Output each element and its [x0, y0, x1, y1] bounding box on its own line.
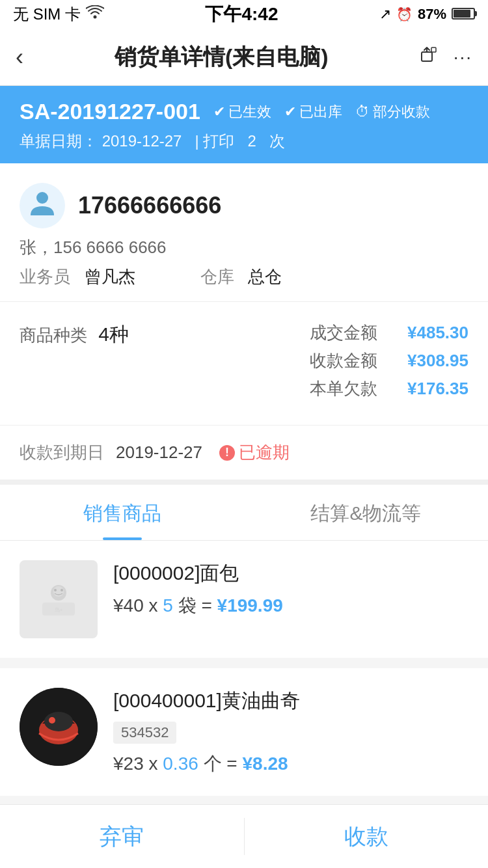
sales-label: 业务员: [20, 267, 70, 286]
product-item: 鸟+ [0000002]面包 ¥40 x 5 袋 = ¥199.99: [0, 541, 488, 658]
tab-sales-products[interactable]: 销售商品: [0, 485, 244, 540]
product-total-1: ¥199.99: [217, 595, 283, 616]
header-band: SA-20191227-001 ✔ 已生效 ✔ 已出库 ⏱ 部分收款 单据日期：…: [0, 86, 488, 163]
carrier-text: 无 SIM 卡: [13, 4, 81, 25]
confirm-button[interactable]: 收款: [245, 805, 489, 868]
product-details-2: [000400001]黄油曲奇 534532 ¥23 x 0.36 个 = ¥8…: [113, 688, 468, 776]
due-date-value: 2019-12-27: [116, 442, 202, 463]
share-icon[interactable]: [420, 46, 438, 68]
overdue-badge: ! 已逾期: [219, 441, 290, 464]
overdue-text: 已逾期: [239, 441, 290, 464]
tab-settlement[interactable]: 结算&物流等: [244, 485, 488, 540]
category-label: 商品种类: [20, 325, 87, 345]
svg-point-3: [36, 192, 48, 204]
status-right: ↗ ⏰ 87%: [379, 5, 475, 23]
order-date-info: 单据日期： 2019-12-27 | 打印 2 次: [20, 131, 468, 152]
product-price-2: ¥23 x 0.36 个 = ¥8.28: [113, 752, 468, 776]
product-qty-1: 5: [163, 595, 173, 616]
product-name-2: [000400001]黄油曲奇: [113, 688, 468, 714]
svg-rect-1: [422, 52, 432, 61]
product-sku-2: 534532: [113, 722, 176, 744]
customer-name-phone: 张，156 6666 6666: [20, 236, 468, 259]
sales-value: 曾凡杰: [85, 267, 135, 286]
amount-row: 成交金额 ¥485.30: [310, 321, 468, 344]
status-bar: 无 SIM 卡 下午4:42 ↗ ⏰ 87%: [0, 0, 488, 29]
more-button[interactable]: ···: [454, 47, 472, 68]
product-details-1: [0000002]面包 ¥40 x 5 袋 = ¥199.99: [113, 560, 468, 618]
product-qty-2: 0.36: [163, 753, 198, 774]
product-placeholder-1: 鸟+: [20, 560, 98, 638]
check-icon2: ✔: [284, 103, 296, 120]
nav-bar: ‹ 销货单详情(来自电脑) ···: [0, 29, 488, 86]
svg-text:鸟+: 鸟+: [55, 607, 63, 613]
customer-meta: 业务员 曾凡杰 仓库 总仓: [20, 265, 468, 288]
svg-point-7: [61, 589, 63, 591]
category-info: 商品种类 4种: [20, 321, 129, 348]
due-date-section: 收款到期日 2019-12-27 ! 已逾期: [0, 426, 488, 485]
debt-value: ¥176.35: [390, 379, 468, 399]
location-icon: ↗: [379, 6, 391, 23]
status-time: 下午4:42: [205, 2, 278, 27]
product-item-2: [000400001]黄油曲奇 534532 ¥23 x 0.36 个 = ¥8…: [0, 668, 488, 796]
product-image-2: [20, 688, 98, 766]
back-button[interactable]: ‹: [16, 44, 23, 71]
tabs: 销售商品 结算&物流等: [0, 485, 488, 541]
debt-row: 本单欠款 ¥176.35: [310, 377, 468, 400]
svg-point-13: [49, 717, 55, 724]
cancel-button[interactable]: 弃审: [0, 805, 244, 868]
svg-point-6: [54, 589, 57, 591]
customer-avatar: [20, 183, 65, 228]
stats-section: 商品种类 4种 成交金额 ¥485.30 收款金额 ¥308.95 本单欠款 ¥…: [0, 302, 488, 426]
person-icon: [28, 188, 57, 223]
amount-info: 成交金额 ¥485.30 收款金额 ¥308.95 本单欠款 ¥176.35: [310, 321, 468, 405]
due-label: 收款到期日: [20, 441, 104, 464]
svg-point-0: [94, 16, 97, 19]
battery-icon: [452, 5, 475, 23]
product-price-1: ¥40 x 5 袋 = ¥199.99: [113, 593, 468, 618]
status-left: 无 SIM 卡: [13, 4, 104, 25]
bottom-bar: 弃审 收款: [0, 804, 488, 868]
svg-rect-2: [431, 47, 436, 52]
product-total-2: ¥8.28: [242, 753, 288, 774]
wifi-icon: [86, 5, 104, 23]
amount-label: 成交金额: [310, 321, 377, 344]
received-value: ¥308.95: [390, 351, 468, 371]
nav-actions: ···: [420, 46, 472, 68]
battery-percent: 87%: [418, 6, 446, 23]
svg-point-12: [44, 712, 73, 731]
order-id: SA-20191227-001: [20, 99, 200, 124]
status-active: ✔ 已生效: [213, 102, 271, 122]
warehouse-label: 仓库: [200, 267, 234, 286]
received-row: 收款金额 ¥308.95: [310, 349, 468, 372]
product-name-1: [0000002]面包: [113, 560, 468, 587]
customer-phone: 17666666666: [78, 192, 221, 219]
amount-value: ¥485.30: [390, 323, 468, 343]
customer-section: 17666666666 张，156 6666 6666 业务员 曾凡杰 仓库 总…: [0, 163, 488, 302]
status-partial: ⏱ 部分收款: [355, 102, 430, 122]
check-icon: ✔: [213, 103, 225, 120]
warehouse-value: 总仓: [248, 267, 282, 286]
overdue-icon: !: [219, 445, 235, 461]
debt-label: 本单欠款: [310, 377, 377, 400]
product-image-1: 鸟+: [20, 560, 98, 638]
category-value: 4种: [98, 323, 129, 345]
status-shipped: ✔ 已出库: [284, 102, 342, 122]
clock-icon: ⏱: [355, 103, 370, 120]
page-title: 销货单详情(来自电脑): [115, 42, 329, 72]
alarm-icon: ⏰: [396, 7, 413, 22]
received-label: 收款金额: [310, 349, 377, 372]
